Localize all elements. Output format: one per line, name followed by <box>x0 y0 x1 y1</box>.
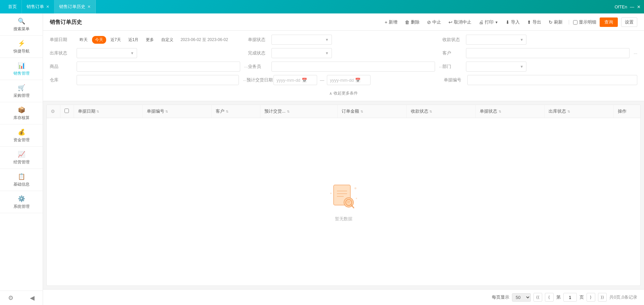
col-doc-status[interactable]: 单据状态 ⇅ <box>475 105 544 118</box>
calendar-start-icon[interactable]: 📅 <box>302 78 307 83</box>
doc-number-label: 单据编号 <box>444 77 467 83</box>
product-ellipsis-btn[interactable]: ··· <box>244 64 248 69</box>
delete-button[interactable]: 🗑 删除 <box>403 18 422 27</box>
sidebar-item-inventory[interactable]: 📦 库存核算 <box>0 102 43 124</box>
date-btn-1month[interactable]: 近1月 <box>125 36 142 44</box>
date-btn-today[interactable]: 今天 <box>92 36 106 44</box>
sidebar-collapse-icon[interactable]: ◀ <box>30 294 35 302</box>
delivery-date-start[interactable]: yyyy-mm-dd 📅 <box>273 75 317 85</box>
svg-point-11 <box>354 187 356 189</box>
col-operations-label: 操作 <box>618 109 627 114</box>
product-label: 商品 <box>50 64 77 70</box>
finance-icon: 💰 <box>18 128 25 136</box>
date-filter-label: 单据日期 <box>50 37 77 43</box>
col-customer[interactable]: 客户 ⇅ <box>212 105 260 118</box>
date-btn-custom[interactable]: 自定义 <box>158 36 176 44</box>
date-btn-7days[interactable]: 近7天 <box>108 36 124 44</box>
top-bar-right: OfTEn — ✕ <box>614 4 641 9</box>
add-icon: + <box>385 20 387 25</box>
refresh-button[interactable]: ↻ 刷新 <box>547 18 565 27</box>
warehouse-input[interactable] <box>77 75 239 85</box>
sort-outbound-status-icon[interactable]: ⇅ <box>567 110 570 113</box>
tab-sales-order-history-label: 销售订单历史 <box>59 4 85 10</box>
cancel-stop-button[interactable]: ↩ 取消中止 <box>446 18 473 27</box>
sidebar-item-search[interactable]: 🔍 搜索菜单 <box>0 13 43 36</box>
close-sales-order-tab[interactable]: ✕ <box>46 4 49 9</box>
delete-label: 删除 <box>411 19 420 25</box>
warehouse-ellipsis-btn[interactable]: ··· <box>243 78 247 83</box>
sidebar-item-operations[interactable]: 📈 经营管理 <box>0 147 43 169</box>
col-doc-date[interactable]: 单据日期 ⇅ <box>74 105 142 118</box>
sort-payment-status-icon[interactable]: ⇅ <box>429 110 432 113</box>
customer-ellipsis-btn[interactable]: ··· <box>634 51 637 56</box>
add-button[interactable]: + 新增 <box>383 18 399 27</box>
sidebar-item-finance[interactable]: 💰 资金管理 <box>0 124 43 147</box>
product-input[interactable] <box>77 62 240 72</box>
date-btn-yesterday[interactable]: 昨天 <box>77 36 91 44</box>
import-button[interactable]: ⬇ 导入 <box>504 18 522 27</box>
payment-status-select-box[interactable]: ▼ <box>466 35 526 45</box>
sort-customer-icon[interactable]: ⇅ <box>226 110 228 113</box>
collapse-row[interactable]: ∧ 收起更多条件 <box>50 88 637 97</box>
top-bar: 首页 销售订单 ✕ 销售订单历史 ✕ OfTEn — ✕ <box>0 0 644 13</box>
page-title-row: 销售订单历史 + 新增 🗑 删除 ⊘ 中止 ↩ <box>50 17 637 27</box>
delivery-date-end[interactable]: yyyy-mm-dd 📅 <box>327 75 371 85</box>
col-doc-number[interactable]: 单据编号 ⇅ <box>142 105 211 118</box>
col-payment-status[interactable]: 收款状态 ⇅ <box>406 105 475 118</box>
doc-number-input[interactable] <box>467 75 637 85</box>
query-button[interactable]: 查询 <box>600 17 618 27</box>
stop-button[interactable]: ⊘ 中止 <box>425 18 443 27</box>
page-prev-btn[interactable]: ⟨ <box>545 293 554 302</box>
sidebar-item-purchase[interactable]: 🛒 采购管理 <box>0 80 43 102</box>
sidebar-item-sales-label: 销售管理 <box>13 71 30 76</box>
complete-status-select-box[interactable]: ▼ <box>271 48 332 58</box>
sort-expected-delivery-icon[interactable]: ⇅ <box>287 110 290 113</box>
operations-icon: 📈 <box>18 151 25 158</box>
customer-input[interactable] <box>466 48 630 58</box>
show-detail-checkbox[interactable] <box>573 20 577 25</box>
sidebar-settings-icon[interactable]: ⚙ <box>8 294 13 302</box>
page-size-select[interactable]: 50 20 100 <box>512 293 531 302</box>
tab-home[interactable]: 首页 <box>3 0 22 13</box>
doc-status-select-box[interactable]: ▼ <box>271 35 332 45</box>
sort-order-amount-icon[interactable]: ⇅ <box>360 110 363 113</box>
close-sales-order-history-tab[interactable]: ✕ <box>87 4 91 9</box>
page-header: 销售订单历史 + 新增 🗑 删除 ⊘ 中止 ↩ <box>43 13 644 31</box>
outbound-status-label: 出库状态 <box>50 50 77 56</box>
table-container: ⚙ 单据日期 ⇅ 单据编号 ⇅ <box>46 105 641 286</box>
show-detail-checkbox-label[interactable]: 显示明细 <box>573 19 596 25</box>
salesperson-input[interactable] <box>271 62 435 72</box>
sidebar-item-basic-info[interactable]: 📋 基础信息 <box>0 169 43 191</box>
sort-doc-number-icon[interactable]: ⇅ <box>165 110 168 113</box>
col-customer-label: 客户 <box>216 109 224 114</box>
page-input[interactable] <box>563 293 577 302</box>
col-order-amount[interactable]: 订单金额 ⇅ <box>338 105 406 118</box>
cancel-stop-label: 取消中止 <box>454 19 471 25</box>
setting-button[interactable]: 设置 <box>621 17 637 27</box>
sidebar-item-system[interactable]: ⚙️ 系统管理 <box>0 191 43 213</box>
page-last-btn[interactable]: ⟩⟩ <box>598 293 607 302</box>
export-button[interactable]: ⬆ 导出 <box>525 18 543 27</box>
salesperson-label: 业务员 <box>248 64 271 70</box>
print-button[interactable]: 🖨 打印 ▼ <box>477 18 500 27</box>
date-btn-more[interactable]: 更多 <box>143 36 157 44</box>
sort-doc-date-icon[interactable]: ⇅ <box>96 110 99 113</box>
calendar-end-icon[interactable]: 📅 <box>355 78 360 83</box>
page-next-btn[interactable]: ⟩ <box>587 293 595 302</box>
outbound-status-select-box[interactable]: ▼ <box>77 48 137 58</box>
page-first-btn[interactable]: ⟨⟨ <box>533 293 542 302</box>
sidebar-item-sales[interactable]: 📊 销售管理 <box>0 58 43 80</box>
select-all-checkbox[interactable] <box>65 109 69 113</box>
department-select-box[interactable]: ▼ <box>466 62 526 72</box>
tab-sales-order[interactable]: 销售订单 ✕ <box>22 0 54 13</box>
minimize-icon[interactable]: — <box>630 4 634 9</box>
print-label: 打印 <box>485 19 493 25</box>
col-expected-delivery[interactable]: 预计交货... ⇅ <box>260 105 338 118</box>
salesperson-ellipsis-btn[interactable]: ··· <box>439 64 443 69</box>
tab-sales-order-history[interactable]: 销售订单历史 ✕ <box>54 0 96 13</box>
gear-icon[interactable]: ⚙ <box>51 109 55 114</box>
sidebar-item-quicknav[interactable]: ⚡ 快捷导航 <box>0 36 43 58</box>
col-outbound-status[interactable]: 出库状态 ⇅ <box>545 105 613 118</box>
sort-doc-status-icon[interactable]: ⇅ <box>499 110 501 113</box>
close-app-icon[interactable]: ✕ <box>637 4 641 9</box>
